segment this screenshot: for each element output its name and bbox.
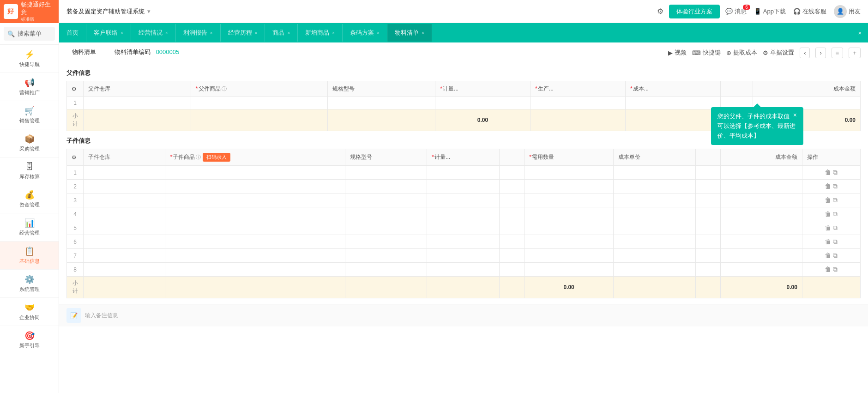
child-quantity-cell-7[interactable] bbox=[524, 263, 614, 277]
trial-button[interactable]: 体验行业方案 bbox=[669, 5, 720, 18]
sidebar-item-enterprise[interactable]: 🤝 企业协同 bbox=[0, 298, 59, 326]
child-unit-cell-3[interactable] bbox=[427, 207, 500, 221]
parent-unit-cell[interactable] bbox=[435, 97, 530, 109]
copy-row-button[interactable]: ⧉ bbox=[833, 252, 838, 260]
child-product-cell-6[interactable] bbox=[165, 249, 345, 263]
tab-close-icon[interactable]: × bbox=[165, 30, 168, 36]
tab-bom[interactable]: 物料清单 × bbox=[387, 24, 432, 42]
doc-settings-action[interactable]: ⚙ 单据设置 bbox=[763, 48, 794, 57]
child-spec-cell-2[interactable] bbox=[345, 193, 427, 207]
child-unit-cell-7[interactable] bbox=[427, 263, 500, 277]
sidebar-item-finance[interactable]: 💰 资金管理 bbox=[0, 185, 59, 213]
child-unit-cost-cell-0[interactable] bbox=[614, 166, 695, 180]
child-unit-cost-cell-5[interactable] bbox=[614, 235, 695, 249]
parent-col-settings[interactable]: ⚙ bbox=[67, 81, 84, 97]
user-menu[interactable]: 👤 用友 bbox=[834, 5, 861, 18]
child-product-cell-1[interactable] bbox=[165, 180, 345, 193]
child-col-settings[interactable]: ⚙ bbox=[67, 149, 84, 166]
delete-row-button[interactable]: 🗑 bbox=[825, 169, 831, 176]
child-product-cell-4[interactable] bbox=[165, 221, 345, 235]
video-action[interactable]: ▶ 视频 bbox=[668, 48, 687, 57]
tab-close-icon[interactable]: × bbox=[210, 30, 213, 36]
tab-close-icon[interactable]: × bbox=[377, 30, 380, 36]
copy-row-button[interactable]: ⧉ bbox=[833, 238, 838, 246]
online-service-button[interactable]: 🎧 在线客服 bbox=[793, 7, 826, 16]
child-warehouse-cell-5[interactable] bbox=[84, 235, 165, 249]
sidebar-item-quick-nav[interactable]: ⚡ 快捷导航 bbox=[0, 45, 59, 73]
shortcut-action[interactable]: ⌨ 快捷键 bbox=[692, 48, 721, 57]
child-warehouse-cell-0[interactable] bbox=[84, 166, 165, 180]
note-icon[interactable]: 📝 bbox=[66, 308, 81, 323]
tab-profit[interactable]: 利润报告 × bbox=[176, 24, 221, 42]
close-all-tabs-button[interactable]: × bbox=[851, 25, 868, 41]
extra-action-button[interactable]: + bbox=[849, 48, 861, 58]
delete-row-button[interactable]: 🗑 bbox=[825, 238, 831, 246]
tooltip-close-button[interactable]: × bbox=[793, 112, 797, 118]
parent-cost-cell[interactable] bbox=[625, 97, 720, 109]
next-record-button[interactable]: › bbox=[815, 48, 826, 58]
tab-close-icon[interactable]: × bbox=[332, 30, 335, 36]
child-quantity-cell-2[interactable] bbox=[524, 193, 614, 207]
child-unit-cost-cell-2[interactable] bbox=[614, 193, 695, 207]
tab-close-icon[interactable]: × bbox=[121, 30, 123, 36]
child-warehouse-cell-6[interactable] bbox=[84, 249, 165, 263]
tab-new-product[interactable]: 新增商品 × bbox=[298, 24, 343, 42]
tab-barcode[interactable]: 条码方案 × bbox=[343, 24, 387, 42]
child-unit-cell-2[interactable] bbox=[427, 193, 500, 207]
delete-row-button[interactable]: 🗑 bbox=[825, 266, 831, 273]
child-unit-cell-4[interactable] bbox=[427, 221, 500, 235]
child-quantity-cell-1[interactable] bbox=[524, 180, 614, 193]
sidebar-item-purchase[interactable]: 📦 采购管理 bbox=[0, 129, 59, 157]
sidebar-item-basic[interactable]: 📋 基础信息 bbox=[0, 242, 59, 270]
sub-tab-bom-detail[interactable]: 物料清单编码 0000005 bbox=[109, 46, 185, 59]
parent-spec-cell[interactable] bbox=[328, 97, 435, 109]
sidebar-item-guide[interactable]: 🎯 新手引导 bbox=[0, 326, 59, 354]
parent-warehouse-cell[interactable] bbox=[84, 97, 191, 109]
delete-row-button[interactable]: 🗑 bbox=[825, 196, 831, 204]
child-unit-cell-6[interactable] bbox=[427, 249, 500, 263]
child-unit-cell-0[interactable] bbox=[427, 166, 500, 180]
child-quantity-cell-3[interactable] bbox=[524, 207, 614, 221]
child-unit-cost-cell-6[interactable] bbox=[614, 249, 695, 263]
delete-row-button[interactable]: 🗑 bbox=[825, 182, 831, 190]
child-warehouse-cell-3[interactable] bbox=[84, 207, 165, 221]
copy-row-button[interactable]: ⧉ bbox=[833, 169, 838, 176]
child-spec-cell-1[interactable] bbox=[345, 180, 427, 193]
app-download-button[interactable]: 📱 App下载 bbox=[754, 7, 786, 16]
tab-home[interactable]: 首页 bbox=[59, 24, 86, 42]
sidebar-item-sales[interactable]: 🛒 销售管理 bbox=[0, 101, 59, 129]
sub-tab-bom-list[interactable]: 物料清单 bbox=[66, 46, 102, 59]
child-quantity-cell-4[interactable] bbox=[524, 221, 614, 235]
message-button[interactable]: 💬 6 消息 bbox=[725, 7, 747, 16]
tab-history[interactable]: 经营历程 × bbox=[221, 24, 265, 42]
child-unit-cost-cell-4[interactable] bbox=[614, 221, 695, 235]
tab-operations-status[interactable]: 经营情况 × bbox=[131, 24, 176, 42]
copy-row-button[interactable]: ⧉ bbox=[833, 224, 838, 232]
parent-product-cell[interactable] bbox=[191, 97, 328, 109]
tab-customer[interactable]: 客户联络 × bbox=[86, 24, 131, 42]
child-unit-cost-cell-7[interactable] bbox=[614, 263, 695, 277]
child-product-cell-7[interactable] bbox=[165, 263, 345, 277]
delete-row-button[interactable]: 🗑 bbox=[825, 210, 831, 218]
child-spec-cell-3[interactable] bbox=[345, 207, 427, 221]
menu-button[interactable]: ≡ bbox=[832, 48, 844, 58]
search-menu-button[interactable]: 🔍 搜索菜单 bbox=[4, 27, 55, 41]
child-product-cell-0[interactable] bbox=[165, 166, 345, 180]
child-spec-cell-5[interactable] bbox=[345, 235, 427, 249]
sidebar-item-inventory[interactable]: 🗄 库存核算 bbox=[0, 157, 59, 185]
scan-input-button[interactable]: 扫码录入 bbox=[203, 153, 230, 162]
copy-row-button[interactable]: ⧉ bbox=[833, 182, 838, 190]
parent-production-cell[interactable] bbox=[530, 97, 625, 109]
child-quantity-cell-5[interactable] bbox=[524, 235, 614, 249]
tab-close-icon[interactable]: × bbox=[422, 30, 424, 36]
prev-record-button[interactable]: ‹ bbox=[800, 48, 810, 58]
child-spec-cell-6[interactable] bbox=[345, 249, 427, 263]
delete-row-button[interactable]: 🗑 bbox=[825, 252, 831, 260]
sidebar-item-operations[interactable]: 📊 经营管理 bbox=[0, 213, 59, 242]
child-quantity-cell-0[interactable] bbox=[524, 166, 614, 180]
delete-row-button[interactable]: 🗑 bbox=[825, 224, 831, 232]
child-unit-cost-cell-3[interactable] bbox=[614, 207, 695, 221]
child-product-cell-5[interactable] bbox=[165, 235, 345, 249]
child-spec-cell-0[interactable] bbox=[345, 166, 427, 180]
tab-products[interactable]: 商品 × bbox=[265, 24, 298, 42]
